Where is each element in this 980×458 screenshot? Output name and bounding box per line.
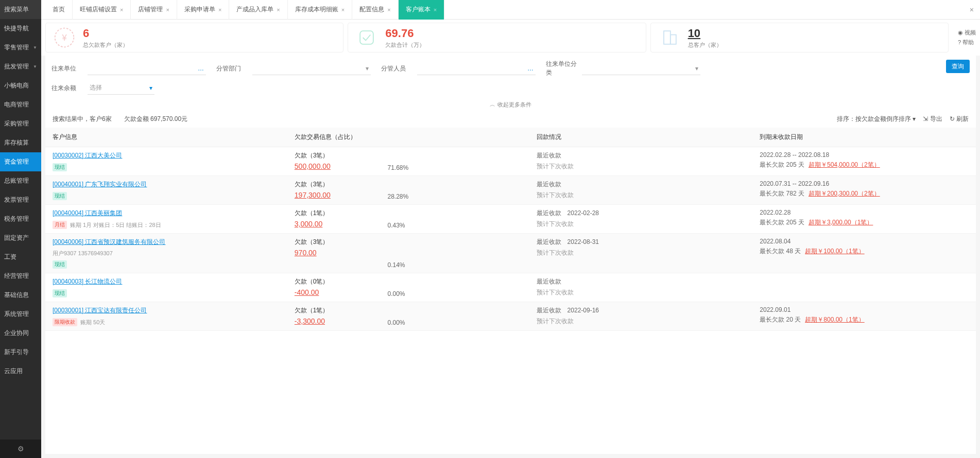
- sidebar-item-18[interactable]: 新手引导: [0, 343, 41, 362]
- overdue-link[interactable]: 超期￥3,000.00（1笔）: [809, 219, 873, 226]
- sidebar-item-9[interactable]: 总账管理: [0, 171, 41, 190]
- debt-amount-link[interactable]: 197,300.00: [295, 191, 331, 199]
- sidebar-item-19[interactable]: 云应用: [0, 362, 41, 381]
- table-row: [00030001] 江西宝达有限责任公司限期收款账期 50天欠款（1笔）-3,…: [45, 302, 976, 331]
- svg-rect-2: [360, 31, 373, 44]
- close-icon[interactable]: ×: [218, 7, 221, 13]
- customer-link[interactable]: [00040006] 江西省预汉建筑服务有限公司: [53, 238, 165, 245]
- sort-dropdown[interactable]: 排序：按欠款金额倒序排序 ▾: [837, 115, 916, 124]
- gear-icon[interactable]: ⚙: [18, 445, 24, 453]
- customer-link[interactable]: [00030001] 江西宝达有限责任公司: [53, 307, 147, 314]
- search-button[interactable]: 查询: [946, 60, 970, 73]
- overdue-link[interactable]: 超期￥200,300.00（2笔）: [809, 190, 880, 197]
- table-row: [00040001] 广东飞翔实业有限公司现结欠款（3笔）197,300.002…: [45, 176, 976, 205]
- summary-actions: ◉ 视频 ? 帮助: [953, 23, 976, 52]
- f2-label: 分管部门: [216, 64, 252, 73]
- debt-amount-link[interactable]: -400.00: [295, 288, 319, 296]
- sidebar-item-10[interactable]: 发票管理: [0, 190, 41, 209]
- tab-7[interactable]: 客户账本×: [399, 0, 444, 20]
- export-button[interactable]: ⇲ 导出: [923, 115, 942, 124]
- sidebar-item-16[interactable]: 系统管理: [0, 305, 41, 324]
- card-debt-customers: ¥ 6 总欠款客户（家）: [45, 23, 343, 52]
- main: 首页旺铺店铺设置×店铺管理×采购申请单×产成品入库单×库存成本明细账×配置信息×…: [41, 0, 980, 458]
- tab-0[interactable]: 首页: [45, 0, 73, 20]
- dept-select[interactable]: ▾: [252, 62, 371, 75]
- sidebar-item-11[interactable]: 税务管理: [0, 209, 41, 228]
- sidebar-item-6[interactable]: 采购管理: [0, 114, 41, 133]
- overdue-link[interactable]: 超期￥504,000.00（2笔）: [809, 161, 880, 168]
- card3-label: 总客户（家）: [688, 41, 722, 49]
- sidebar-item-12[interactable]: 固定资产: [0, 228, 41, 248]
- settle-tag: 现结: [53, 192, 67, 200]
- customer-link[interactable]: [00040003] 长江物流公司: [53, 278, 122, 285]
- sidebar-item-1[interactable]: 快捷导航: [0, 19, 41, 38]
- video-link[interactable]: ◉ 视频: [958, 29, 976, 37]
- person-select[interactable]: …: [417, 62, 536, 75]
- tabs-bar: 首页旺铺店铺设置×店铺管理×采购申请单×产成品入库单×库存成本明细账×配置信息×…: [41, 0, 980, 20]
- card-debt-total: 69.76 欠款合计（万）: [348, 23, 646, 52]
- settle-tag: 现结: [53, 260, 67, 269]
- settle-tag: 现结: [53, 163, 67, 171]
- card-total-customers: 10 总客户（家）: [650, 23, 949, 52]
- tabs-close-all[interactable]: ×: [964, 6, 980, 14]
- sidebar-item-15[interactable]: 基础信息: [0, 286, 41, 305]
- collapse-filters[interactable]: ︿ 收起更多条件: [51, 99, 970, 111]
- th-due: 到期未收款日期: [752, 128, 976, 147]
- close-icon[interactable]: ×: [120, 7, 123, 13]
- f4-label: 往来单位分类: [546, 60, 582, 77]
- refresh-button[interactable]: ↻ 刷新: [950, 115, 969, 124]
- sidebar-item-8[interactable]: 资金管理: [0, 152, 41, 171]
- close-icon[interactable]: ×: [166, 7, 169, 13]
- sidebar-item-2[interactable]: 零售管理▼: [0, 38, 41, 57]
- close-icon[interactable]: ×: [341, 7, 345, 13]
- sidebar-item-14[interactable]: 经营管理: [0, 267, 41, 286]
- th-debt: 欠款交易信息（占比）: [287, 128, 529, 147]
- table-row: [00040004] 江西美丽集团月结账期 1月 对账日：5日 结账日：28日欠…: [45, 205, 976, 234]
- sidebar-item-0[interactable]: 搜索菜单: [0, 0, 41, 19]
- tab-2[interactable]: 店铺管理×: [131, 0, 177, 20]
- sidebar-item-13[interactable]: 工资: [0, 248, 41, 267]
- sidebar-item-7[interactable]: 库存核算: [0, 133, 41, 152]
- sidebar-item-3[interactable]: 批发管理▼: [0, 57, 41, 76]
- result-amount: 欠款金额 697,570.00元: [124, 115, 187, 124]
- tab-6[interactable]: 配置信息×: [352, 0, 398, 20]
- debt-amount-link[interactable]: -3,300.00: [295, 317, 325, 325]
- result-info-bar: 搜索结果中，客户6家 欠款金额 697,570.00元 排序：按欠款金额倒序排序…: [45, 111, 976, 128]
- tab-1[interactable]: 旺铺店铺设置×: [73, 0, 131, 20]
- partner-select[interactable]: …: [88, 62, 206, 75]
- svg-text:¥: ¥: [61, 33, 67, 42]
- settle-tag: 限期收款: [53, 318, 77, 326]
- category-select[interactable]: ▾: [582, 62, 700, 75]
- card2-value: 69.76: [385, 27, 425, 40]
- building-icon: [658, 26, 681, 49]
- close-icon[interactable]: ×: [387, 7, 390, 13]
- sidebar-item-17[interactable]: 企业协同: [0, 324, 41, 343]
- debt-amount-link[interactable]: 500,000.00: [295, 162, 331, 170]
- sidebar: 搜索菜单快捷导航零售管理▼批发管理▼小畅电商电商管理采购管理库存核算资金管理总账…: [0, 0, 41, 458]
- sidebar-item-4[interactable]: 小畅电商: [0, 76, 41, 95]
- summary-cards: ¥ 6 总欠款客户（家） 69.76 欠款合计（万）: [41, 20, 980, 56]
- close-icon[interactable]: ×: [277, 7, 280, 13]
- overdue-link[interactable]: 超期￥800.00（1笔）: [805, 316, 864, 323]
- customer-link[interactable]: [00040004] 江西美丽集团: [53, 209, 122, 217]
- customer-link[interactable]: [00040001] 广东飞翔实业有限公司: [53, 181, 147, 188]
- tab-4[interactable]: 产成品入库单×: [229, 0, 287, 20]
- debt-amount-link[interactable]: 970.00: [295, 249, 317, 257]
- settle-tag: 月结: [53, 221, 67, 229]
- overdue-link[interactable]: 超期￥100.00（1笔）: [805, 248, 864, 255]
- customer-table: 客户信息 欠款交易信息（占比） 回款情况 到期未收款日期 [00030002] …: [45, 128, 976, 331]
- coin-return-icon: ¥: [53, 26, 76, 49]
- tab-3[interactable]: 采购申请单×: [177, 0, 229, 20]
- table-row: [00030002] 江西大美公司现结欠款（3笔）500,000.0071.68…: [45, 147, 976, 176]
- sidebar-item-5[interactable]: 电商管理: [0, 95, 41, 114]
- tab-5[interactable]: 库存成本明细账×: [288, 0, 352, 20]
- close-icon[interactable]: ×: [434, 7, 437, 13]
- card3-value[interactable]: 10: [688, 27, 722, 40]
- filter-panel: 往来单位 … 分管部门 ▾ 分管人员 … 往来单位分类 ▾ 查询: [45, 56, 976, 111]
- help-link[interactable]: ? 帮助: [958, 39, 976, 46]
- table-wrap: 客户信息 欠款交易信息（占比） 回款情况 到期未收款日期 [00030002] …: [45, 128, 976, 454]
- debt-amount-link[interactable]: 3,000.00: [295, 220, 323, 228]
- f1-label: 往来单位: [51, 64, 88, 73]
- customer-link[interactable]: [00030002] 江西大美公司: [53, 152, 122, 159]
- balance-select[interactable]: 选择▾: [88, 81, 154, 95]
